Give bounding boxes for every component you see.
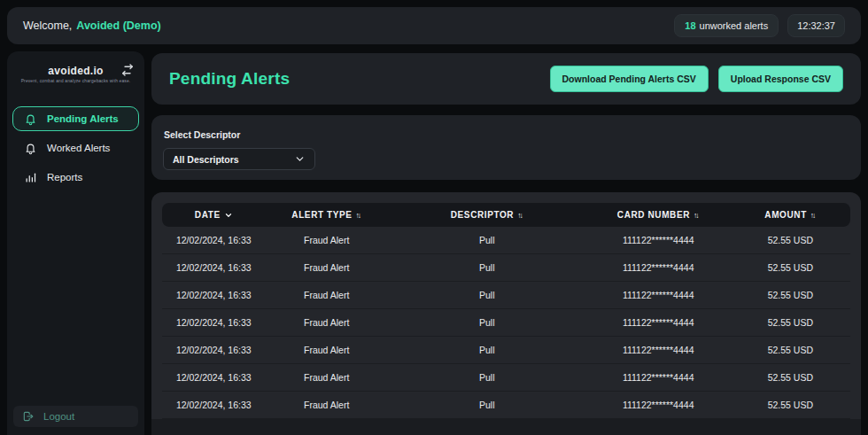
cell-date: 12/02/2024, 16:33 [162, 372, 266, 383]
cell-amount: 52.55 USD [731, 400, 850, 410]
logout-label: Logout [43, 411, 74, 422]
sidebar-item-pending-alerts[interactable]: Pending Alerts [12, 106, 139, 131]
table-row: 12/02/2024, 16:33Fraud AlertPull111122**… [162, 337, 850, 364]
chevron-down-icon [224, 211, 233, 220]
cell-descriptor: Pull [388, 372, 586, 383]
top-bar: Welcome, Avoided (Demo) 18 unworked aler… [7, 7, 861, 44]
cell-descriptor: Pull [388, 400, 586, 410]
column-header-amount[interactable]: AMOUNT↑↓ [731, 210, 850, 220]
logout-icon [22, 410, 35, 423]
cell-amount: 52.55 USD [731, 235, 850, 245]
table-footer-strip [151, 419, 861, 435]
sidebar-item-label: Pending Alerts [47, 113, 119, 124]
descriptor-select[interactable]: All Descriptors [163, 148, 315, 170]
table-row: 12/02/2024, 16:33Fraud AlertPull111122**… [162, 364, 850, 392]
table-row: 12/02/2024, 16:33Fraud AlertPull111122**… [162, 392, 850, 419]
cell-amount: 52.55 USD [731, 317, 850, 328]
page-header: Pending Alerts Download Pending Alerts C… [151, 53, 861, 105]
table-row: 12/02/2024, 16:33Fraud AlertPull111122**… [162, 309, 850, 337]
upload-response-csv-button[interactable]: Upload Response CSV [718, 66, 843, 92]
cell-descriptor: Pull [388, 262, 586, 273]
cell-card-number: 111122******4444 [586, 262, 731, 273]
pending-alerts-table: DATEALERT TYPE↑↓DESCRIPTOR↑↓CARD NUMBER↑… [151, 192, 861, 435]
column-header-card-number[interactable]: CARD NUMBER↑↓ [586, 210, 731, 220]
cell-card-number: 111122******4444 [586, 372, 731, 383]
unworked-alerts-label: unworked alerts [700, 20, 769, 31]
unworked-alerts-count: 18 [685, 20, 695, 31]
column-header-descriptor[interactable]: DESCRIPTOR↑↓ [388, 210, 586, 220]
cell-card-number: 111122******4444 [586, 290, 731, 300]
table-row: 12/02/2024, 16:33Fraud AlertPull111122**… [162, 282, 850, 309]
table-body: 12/02/2024, 16:33Fraud AlertPull111122**… [162, 227, 850, 419]
cell-amount: 52.55 USD [731, 262, 850, 273]
cell-amount: 52.55 USD [731, 345, 850, 355]
logo-row: avoided.io Prevent, combat and analyze c… [7, 51, 144, 83]
cell-date: 12/02/2024, 16:33 [162, 290, 266, 300]
table-row: 12/02/2024, 16:33Fraud AlertPull111122**… [162, 227, 850, 254]
cell-date: 12/02/2024, 16:33 [162, 235, 266, 245]
cell-date: 12/02/2024, 16:33 [162, 345, 266, 355]
cell-date: 12/02/2024, 16:33 [162, 400, 266, 410]
cell-alert-type: Fraud Alert [266, 262, 388, 273]
column-label: DESCRIPTOR [451, 210, 514, 220]
cell-descriptor: Pull [388, 317, 586, 328]
cell-alert-type: Fraud Alert [266, 400, 388, 410]
collapse-arrows-icon [120, 67, 136, 81]
table-header-row: DATEALERT TYPE↑↓DESCRIPTOR↑↓CARD NUMBER↑… [162, 203, 850, 227]
bar-chart-icon [24, 171, 37, 184]
unworked-alerts-badge[interactable]: 18 unworked alerts [674, 14, 779, 37]
sidebar-nav: Pending AlertsWorked AlertsReports [7, 106, 144, 190]
sidebar: avoided.io Prevent, combat and analyze c… [7, 51, 144, 435]
cell-alert-type: Fraud Alert [266, 290, 388, 300]
page-title: Pending Alerts [169, 69, 290, 89]
clock: 12:32:37 [787, 14, 845, 37]
column-label: CARD NUMBER [617, 210, 690, 220]
logout-button[interactable]: Logout [13, 406, 138, 427]
descriptor-filter-label: Select Descriptor [164, 129, 849, 140]
sidebar-item-label: Worked Alerts [47, 143, 110, 153]
cell-alert-type: Fraud Alert [266, 317, 388, 328]
cell-alert-type: Fraud Alert [266, 372, 388, 383]
cell-date: 12/02/2024, 16:33 [162, 262, 266, 273]
column-header-date[interactable]: DATE [162, 210, 266, 220]
cell-amount: 52.55 USD [731, 290, 850, 300]
chevron-down-icon [294, 153, 306, 165]
sort-arrows-icon: ↑↓ [810, 211, 817, 220]
sidebar-item-reports[interactable]: Reports [12, 165, 139, 190]
descriptor-select-value: All Descriptors [173, 154, 239, 165]
sort-arrows-icon: ↑↓ [356, 211, 362, 220]
cell-date: 12/02/2024, 16:33 [162, 317, 266, 328]
filter-panel: Select Descriptor All Descriptors [151, 115, 861, 180]
table-row: 12/02/2024, 16:33Fraud AlertPull111122**… [162, 254, 850, 282]
cell-card-number: 111122******4444 [586, 235, 731, 245]
sidebar-collapse-button[interactable] [118, 61, 137, 81]
cell-card-number: 111122******4444 [586, 400, 731, 410]
cell-alert-type: Fraud Alert [266, 345, 388, 355]
column-label: AMOUNT [764, 210, 806, 220]
sort-arrows-icon: ↑↓ [694, 211, 700, 220]
bell-alert-icon [24, 113, 37, 126]
cell-amount: 52.55 USD [731, 372, 850, 383]
download-pending-alerts-csv-button[interactable]: Download Pending Alerts CSV [550, 66, 709, 92]
cell-alert-type: Fraud Alert [266, 235, 388, 245]
cell-card-number: 111122******4444 [586, 345, 731, 355]
sidebar-item-worked-alerts[interactable]: Worked Alerts [12, 136, 139, 160]
sort-arrows-icon: ↑↓ [517, 211, 523, 220]
sidebar-item-label: Reports [47, 172, 82, 183]
cell-descriptor: Pull [388, 345, 586, 355]
cell-descriptor: Pull [388, 290, 586, 300]
account-name: Avoided (Demo) [76, 19, 160, 32]
cell-card-number: 111122******4444 [586, 317, 731, 328]
column-label: DATE [195, 210, 221, 220]
welcome-text: Welcome, [23, 19, 72, 32]
header-actions: Download Pending Alerts CSV Upload Respo… [550, 66, 844, 92]
topbar-right: 18 unworked alerts 12:32:37 [674, 14, 845, 37]
column-label: ALERT TYPE [291, 210, 352, 220]
column-header-alert-type[interactable]: ALERT TYPE↑↓ [266, 210, 388, 220]
bell-icon [24, 142, 37, 155]
cell-descriptor: Pull [388, 235, 586, 245]
